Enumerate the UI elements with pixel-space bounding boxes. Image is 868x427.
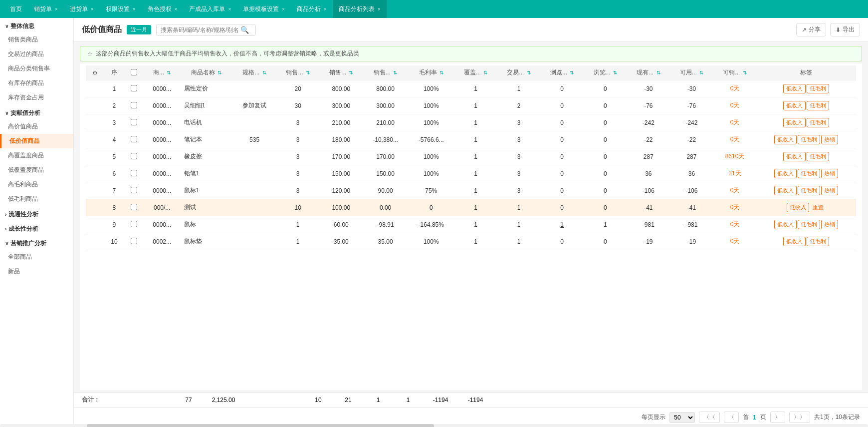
- table-row: 1 0000... 属性定价 20 800.00 800.00 100% 1 1…: [86, 80, 856, 97]
- sidebar-item-inventory-capital[interactable]: 库存资金占用: [0, 90, 73, 105]
- row-checkbox[interactable]: [131, 221, 137, 227]
- th-gross-rate[interactable]: 毛利率 ⇅: [408, 65, 454, 80]
- sidebar-item-traded-products[interactable]: 交易过的商品: [0, 47, 73, 61]
- th-sales3[interactable]: 销售... ⇅: [363, 65, 408, 80]
- close-icon[interactable]: ×: [324, 6, 327, 12]
- checkbox-cell[interactable]: [124, 148, 144, 165]
- checkbox-cell[interactable]: [124, 131, 144, 148]
- sidebar-section-liquidity[interactable]: › 流通性分析: [0, 206, 73, 221]
- checkbox-cell[interactable]: [124, 199, 144, 216]
- sidebar-section-marketing[interactable]: ∨ 营销推广分析: [0, 235, 73, 250]
- current-cell: -41: [627, 199, 670, 216]
- coverage-cell: 1: [454, 182, 497, 199]
- sidebar-section-contribution[interactable]: ∨ 贡献值分析: [0, 105, 73, 119]
- checkbox-cell[interactable]: [124, 80, 144, 97]
- row-checkbox[interactable]: [131, 204, 137, 210]
- th-trade[interactable]: 交易... ⇅: [497, 65, 541, 80]
- table-container: ⚙ 序 商... ⇅ 商品名称 ⇅ 规格... ⇅ 销售... ⇅ 销售... …: [80, 63, 862, 390]
- th-settings[interactable]: ⚙: [86, 65, 104, 80]
- row-checkbox[interactable]: [131, 119, 137, 125]
- checkbox-cell[interactable]: [124, 165, 144, 182]
- tags-cell: 低收入低毛利: [756, 80, 856, 97]
- nav-role-auth[interactable]: 角色授权 ×: [142, 0, 184, 18]
- browse1-cell[interactable]: 1: [540, 216, 584, 233]
- sidebar-item-instock-products[interactable]: 有库存的商品: [0, 76, 73, 90]
- tags-cell: 低收入低毛利: [756, 148, 856, 165]
- th-sellable[interactable]: 可销... ⇅: [713, 65, 757, 80]
- sidebar-section-growth[interactable]: › 成长性分析: [0, 221, 73, 235]
- nav-purchase-order[interactable]: 进货单 ×: [64, 0, 100, 18]
- checkbox-cell[interactable]: [124, 182, 144, 199]
- th-browse2[interactable]: 浏览... ⇅: [584, 65, 627, 80]
- th-sales1[interactable]: 销售... ⇅: [276, 65, 320, 80]
- share-button[interactable]: ↗ 分享: [796, 23, 826, 36]
- sidebar-item-all-products[interactable]: 全部商品: [0, 250, 73, 264]
- page-size-select[interactable]: 50 100 200: [669, 412, 695, 423]
- row-checkbox[interactable]: [131, 170, 137, 176]
- checkbox-cell[interactable]: [124, 216, 144, 233]
- row-checkbox[interactable]: [131, 153, 137, 159]
- spec-cell: [232, 80, 276, 97]
- th-code[interactable]: 商... ⇅: [144, 65, 180, 80]
- row-checkbox[interactable]: [131, 187, 137, 193]
- search-icon[interactable]: 🔍: [240, 26, 249, 34]
- sidebar-item-low-value[interactable]: 低价值商品: [0, 134, 73, 148]
- spec-cell: [232, 148, 276, 165]
- sidebar-item-low-margin[interactable]: 低毛利商品: [0, 192, 73, 206]
- sidebar-item-high-margin[interactable]: 高毛利商品: [0, 177, 73, 192]
- tag-badge: 低毛利: [807, 118, 829, 127]
- close-icon[interactable]: ×: [55, 6, 58, 12]
- close-icon[interactable]: ×: [175, 6, 178, 12]
- spec-cell: [232, 233, 276, 250]
- search-input-wrap[interactable]: 🔍: [156, 24, 256, 36]
- last-page-button[interactable]: 〉〉: [789, 412, 810, 423]
- period-badge[interactable]: 近一月: [127, 25, 151, 34]
- th-spec[interactable]: 规格... ⇅: [232, 65, 276, 80]
- export-button[interactable]: ⬇ 导出: [830, 23, 860, 36]
- th-coverage[interactable]: 覆盖... ⇅: [454, 65, 497, 80]
- sales1-cell: 1: [276, 216, 320, 233]
- close-icon[interactable]: ×: [282, 6, 285, 12]
- close-icon[interactable]: ×: [133, 6, 136, 12]
- row-checkbox[interactable]: [131, 136, 137, 142]
- checkbox-cell[interactable]: [124, 233, 144, 250]
- available-cell: 287: [670, 148, 713, 165]
- search-input[interactable]: [161, 26, 240, 33]
- sidebar-item-low-coverage[interactable]: 低覆盖度商品: [0, 163, 73, 177]
- nav-product-analysis[interactable]: 商品分析 ×: [291, 0, 333, 18]
- select-all-checkbox[interactable]: [131, 69, 137, 75]
- row-checkbox[interactable]: [131, 238, 137, 244]
- close-icon[interactable]: ×: [91, 6, 94, 12]
- tag-badge: 低毛利: [807, 84, 829, 93]
- prev-page-button[interactable]: 〈: [724, 412, 739, 423]
- sidebar-item-sales-products[interactable]: 销售类商品: [0, 32, 73, 47]
- row-checkbox[interactable]: [131, 102, 137, 108]
- th-available[interactable]: 可用... ⇅: [670, 65, 713, 80]
- tag-badge: 热销: [821, 220, 838, 229]
- nav-permission-settings[interactable]: 权限设置 ×: [100, 0, 142, 18]
- checkbox-cell[interactable]: [124, 114, 144, 131]
- nav-home[interactable]: 首页: [4, 0, 28, 18]
- current-cell: -22: [627, 131, 670, 148]
- close-icon[interactable]: ×: [228, 6, 231, 12]
- th-checkbox[interactable]: [124, 65, 144, 80]
- sidebar-item-high-coverage[interactable]: 高覆盖度商品: [0, 148, 73, 163]
- checkbox-cell[interactable]: [124, 97, 144, 114]
- sidebar-section-overall[interactable]: ∨ 整体信息: [0, 18, 73, 32]
- th-current[interactable]: 现有... ⇅: [627, 65, 670, 80]
- close-icon[interactable]: ×: [378, 6, 381, 12]
- row-checkbox[interactable]: [131, 85, 137, 91]
- nav-product-inbound[interactable]: 产成品入库单 ×: [183, 0, 237, 18]
- sidebar-item-category-sales-rate[interactable]: 商品分类销售率: [0, 61, 73, 76]
- sales2-cell: 120.00: [319, 182, 363, 199]
- th-sales2[interactable]: 销售... ⇅: [319, 65, 363, 80]
- first-page-button[interactable]: 〈〈: [699, 412, 720, 423]
- sidebar-item-new-products[interactable]: 新品: [0, 264, 73, 279]
- sidebar-item-high-value[interactable]: 高价值商品: [0, 119, 73, 134]
- th-name[interactable]: 商品名称 ⇅: [180, 65, 233, 80]
- nav-template-settings[interactable]: 单据模板设置 ×: [237, 0, 291, 18]
- nav-sales-order[interactable]: 销货单 ×: [28, 0, 64, 18]
- th-browse1[interactable]: 浏览... ⇅: [540, 65, 584, 80]
- nav-product-analysis-list[interactable]: 商品分析列表 ×: [333, 0, 387, 18]
- next-page-button[interactable]: 〉: [770, 412, 785, 423]
